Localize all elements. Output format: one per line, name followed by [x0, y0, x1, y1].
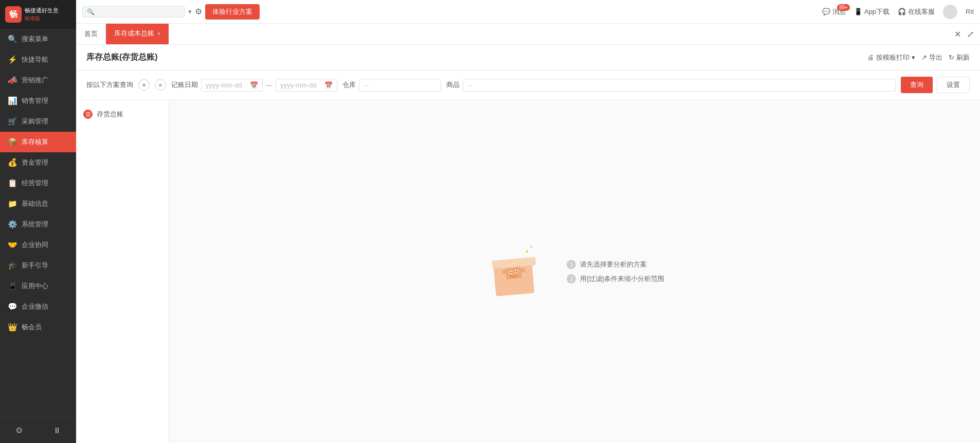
online-service-label: 在线客服	[908, 7, 935, 16]
page-header: 库存总账(存货总账) 🖨 按模板打印 ▾ ↗ 导出 ↻ 刷新	[76, 45, 980, 70]
sidebar-item-guide[interactable]: 🎓 新手引导	[0, 255, 76, 276]
sidebar-item-label: 营销推广	[22, 76, 48, 85]
sidebar-item-base-info[interactable]: 📁 基础信息	[0, 193, 76, 214]
quick-nav-icon: ⚡	[7, 55, 17, 64]
calendar-end-icon[interactable]: 📅	[324, 81, 333, 89]
system-icon: ⚙️	[7, 220, 17, 229]
gear-icon[interactable]: ⚙	[195, 7, 202, 16]
date-end-input[interactable]: yyyy-mm-dd 📅	[276, 79, 337, 92]
online-service-btn[interactable]: 🎧 在线客服	[898, 7, 935, 16]
svg-point-9	[516, 271, 518, 272]
topbar-left: 🔍 ▾ ⚙ 体验行业方案	[82, 4, 818, 20]
content-area: 货 存货总账	[76, 100, 980, 443]
inventory-icon: 📦	[7, 137, 17, 147]
setting-button[interactable]: 设置	[937, 77, 970, 93]
date-start-input[interactable]: yyyy-mm-dd 📅	[201, 79, 263, 92]
sidebar-item-search-menu[interactable]: 🔍 搜索菜单	[0, 29, 76, 49]
settings-button[interactable]: ⚙	[13, 423, 25, 438]
topbar-dropdown-icon[interactable]: ▾	[188, 8, 192, 15]
purchase-icon: 🛒	[7, 117, 17, 126]
print-btn[interactable]: 🖨 按模板打印 ▾	[867, 53, 915, 62]
print-label: 按模板打印	[876, 53, 910, 62]
logo-text: 畅捷通好生意 标准版	[25, 7, 59, 22]
sidebar-item-management[interactable]: 📋 经营管理	[0, 173, 76, 193]
logo-icon: 畅	[5, 6, 22, 23]
message-btn[interactable]: 💬 消息 99+	[822, 7, 846, 16]
tab-home[interactable]: 首页	[76, 24, 106, 44]
guide-icon: 🎓	[7, 261, 17, 270]
sales-icon: 📊	[7, 96, 17, 105]
expand-panel-icon[interactable]: ⤢	[965, 27, 976, 41]
member-icon: 👑	[7, 323, 17, 332]
filter-add-btn[interactable]: +	[138, 79, 150, 91]
app-download-label: App下载	[864, 7, 890, 16]
tip-num-2: 2	[567, 274, 576, 283]
empty-tips: 1 请先选择要分析的方案 2 用[过滤]条件来缩小分析范围	[567, 260, 664, 283]
date-start-placeholder: yyyy-mm-dd	[206, 81, 242, 89]
export-label: 导出	[929, 53, 942, 62]
sidebar-item-label: 新手引导	[22, 261, 48, 270]
svg-text:✦: ✦	[530, 245, 533, 250]
base-info-icon: 📁	[7, 199, 17, 208]
sidebar-item-app-center[interactable]: 📱 应用中心	[0, 276, 76, 296]
search-menu-box[interactable]: 🔍	[82, 6, 185, 17]
sidebar-item-sales[interactable]: 📊 销售管理	[0, 91, 76, 111]
marketing-icon: 📣	[7, 76, 17, 85]
sidebar-item-label: 资金管理	[22, 158, 48, 167]
warehouse-field: 仓库 ···	[342, 79, 441, 92]
filter-collapse-btn[interactable]: «	[155, 79, 166, 91]
sidebar-item-label: 经营管理	[22, 179, 48, 188]
sidebar-item-member[interactable]: 👑 畅会员	[0, 317, 76, 338]
filter-label: 按以下方案查询	[86, 80, 133, 90]
refresh-label: 刷新	[956, 53, 970, 62]
sidebar-item-label: 畅会员	[22, 323, 42, 332]
warehouse-select[interactable]: ···	[359, 79, 441, 92]
warehouse-label: 仓库	[342, 80, 356, 90]
topbar: 🔍 ▾ ⚙ 体验行业方案 💬 消息 99+ 📱 App下载 🎧 在线客服 Rit	[76, 0, 980, 24]
sidebar-item-system[interactable]: ⚙️ 系统管理	[0, 214, 76, 235]
username-label[interactable]: Rit	[966, 8, 974, 15]
page-actions: 🖨 按模板打印 ▾ ↗ 导出 ↻ 刷新	[867, 53, 970, 69]
sidebar-item-inventory[interactable]: 📦 库存核算	[0, 132, 76, 152]
date-separator: —	[266, 81, 273, 89]
sidebar-item-enterprise[interactable]: 🤝 企业协同	[0, 235, 76, 255]
close-panel-icon[interactable]: ✕	[952, 27, 963, 41]
scheme-item-inventory[interactable]: 货 存货总账	[76, 105, 168, 123]
sidebar-item-label: 快捷导航	[22, 55, 48, 64]
sidebar-item-marketing[interactable]: 📣 营销推广	[0, 70, 76, 91]
sidebar-item-finance[interactable]: 💰 资金管理	[0, 152, 76, 173]
sidebar-item-label: 企业微信	[22, 302, 48, 311]
sidebar-item-label: 应用中心	[22, 281, 48, 291]
collapse-button[interactable]: ⏸	[50, 423, 64, 438]
tip-text-2: 用[过滤]条件来缩小分析范围	[580, 274, 664, 283]
app-download-btn[interactable]: 📱 App下载	[854, 7, 890, 16]
export-icon: ↗	[921, 54, 927, 61]
calendar-start-icon[interactable]: 📅	[250, 81, 258, 89]
industry-btn[interactable]: 体验行业方案	[205, 4, 260, 20]
finance-icon: 💰	[7, 158, 17, 167]
app-center-icon: 📱	[7, 281, 17, 291]
panel-controls: ✕ ⤢	[952, 27, 980, 41]
print-dropdown-icon[interactable]: ▾	[912, 54, 915, 61]
date-end-placeholder: yyyy-mm-dd	[280, 81, 317, 89]
topbar-right: 💬 消息 99+ 📱 App下载 🎧 在线客服 Rit	[822, 5, 974, 19]
management-icon: 📋	[7, 179, 17, 188]
sidebar-item-weixin[interactable]: 💬 企业微信	[0, 296, 76, 317]
query-button[interactable]: 查询	[901, 77, 933, 93]
filter-fields: 记账日期 yyyy-mm-dd 📅 — yyyy-mm-dd 📅 仓库 ···	[171, 79, 896, 92]
app-download-icon: 📱	[854, 8, 862, 15]
sidebar-item-label: 系统管理	[22, 220, 48, 229]
tab-label: 库存成本总账	[114, 29, 154, 38]
sidebar-item-label: 基础信息	[22, 199, 48, 208]
tab-inventory-ledger[interactable]: 库存成本总账 ×	[106, 24, 169, 44]
tab-close-icon[interactable]: ×	[157, 30, 160, 37]
refresh-btn[interactable]: ↻ 刷新	[949, 53, 970, 62]
message-badge: 99+	[837, 4, 850, 11]
product-select[interactable]: ···	[463, 79, 896, 92]
sidebar-item-quick-nav[interactable]: ⚡ 快捷导航	[0, 49, 76, 70]
export-btn[interactable]: ↗ 导出	[921, 53, 942, 62]
empty-illustration: ✦ ✦	[484, 241, 546, 303]
sidebar-item-label: 采购管理	[22, 117, 48, 126]
sidebar-item-purchase[interactable]: 🛒 采购管理	[0, 111, 76, 132]
warehouse-placeholder: ···	[364, 81, 369, 89]
